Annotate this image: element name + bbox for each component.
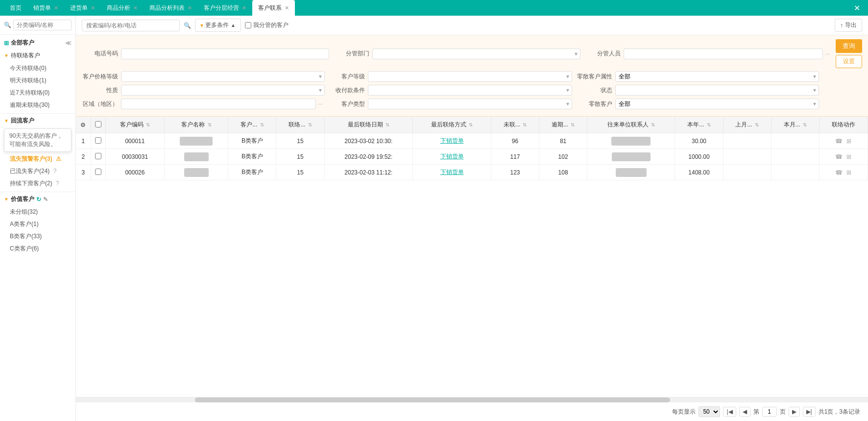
- sidebar-item-class-b[interactable]: B类客户(33): [0, 230, 75, 243]
- col-type[interactable]: 客户... ⇅: [228, 117, 276, 133]
- row-select-checkbox[interactable]: [95, 169, 101, 175]
- scroll-thumb[interactable]: [195, 397, 670, 402]
- sidebar-item-churn-warning[interactable]: 流失预警客户(3) ⚠: [0, 153, 75, 165]
- phone-input[interactable]: [121, 49, 329, 59]
- close-icon[interactable]: ✕: [54, 5, 58, 11]
- col-overdue[interactable]: 逾期... ⇅: [539, 117, 587, 133]
- sidebar-item-class-a[interactable]: A类客户(1): [0, 218, 75, 230]
- col-last-method[interactable]: 最后联络方式 ⇅: [413, 117, 491, 133]
- settings-button[interactable]: 设置: [836, 55, 862, 68]
- collapse-button[interactable]: ≪: [65, 40, 72, 47]
- page-number-input[interactable]: [762, 407, 777, 417]
- customer-type-label: 客户类型: [329, 100, 368, 108]
- col-person[interactable]: 往来单位联系人 ⇅: [587, 117, 675, 133]
- contact-icon[interactable]: ☎: [835, 138, 843, 145]
- col-settings[interactable]: ⚙: [76, 117, 91, 133]
- row-select-checkbox[interactable]: [95, 153, 101, 159]
- tab-customer-tier[interactable]: 客户分层经营 ✕: [198, 0, 252, 16]
- refresh-icon[interactable]: ↻: [36, 196, 41, 203]
- status-select[interactable]: [615, 85, 819, 96]
- close-icon[interactable]: ✕: [188, 5, 192, 11]
- col-last-month[interactable]: 上月... ⇅: [723, 117, 771, 133]
- tab-sales[interactable]: 销货单 ✕: [27, 0, 64, 16]
- prev-page-button[interactable]: ◀: [739, 407, 750, 417]
- gender-select[interactable]: [121, 85, 325, 96]
- contact-icon[interactable]: ☎: [835, 169, 843, 176]
- row-checkbox[interactable]: [91, 133, 105, 149]
- tab-product-list[interactable]: 商品分析列表 ✕: [144, 0, 198, 16]
- my-customers-checkbox[interactable]: [245, 22, 251, 28]
- category-search-input[interactable]: [13, 20, 72, 30]
- last-contact-method[interactable]: 下销货单: [413, 133, 491, 149]
- search-input[interactable]: [82, 20, 180, 31]
- dept-select[interactable]: [372, 49, 580, 59]
- payment-select[interactable]: [368, 85, 572, 96]
- tab-purchase[interactable]: 进货单 ✕: [64, 0, 101, 16]
- last-contact-date: 2023-02-09 19:52:: [324, 149, 413, 165]
- next-page-button[interactable]: ▶: [789, 407, 800, 417]
- sidebar-group-return[interactable]: ▼ 回流客户: [0, 113, 75, 127]
- col-checkbox[interactable]: [91, 117, 105, 133]
- select-all-checkbox[interactable]: [95, 121, 101, 127]
- more-icon[interactable]: ···: [823, 50, 832, 57]
- tab-customer-contact[interactable]: 客户联系 ✕: [252, 0, 295, 16]
- sidebar-group-value[interactable]: ▼ 价值客户 ↻ ✎: [0, 192, 75, 206]
- customer-level-select[interactable]: [368, 71, 572, 82]
- col-year[interactable]: 本年... ⇅: [675, 117, 723, 133]
- more-action-icon[interactable]: ⊞: [846, 153, 851, 160]
- close-icon[interactable]: ✕: [133, 5, 138, 11]
- row-checkbox[interactable]: [91, 165, 105, 180]
- more-conditions-button[interactable]: ▾ 更多条件 ▲: [195, 19, 241, 32]
- sidebar-item-ungrouped[interactable]: 未分组(32): [0, 206, 75, 218]
- contact-icon[interactable]: ☎: [835, 153, 843, 160]
- sidebar-item-overdue[interactable]: 逾期未联络(30): [0, 99, 75, 111]
- customer-type: B类客户: [228, 133, 276, 149]
- sidebar-item-lost[interactable]: 已流失客户(24) ?: [0, 165, 75, 177]
- col-this-month[interactable]: 本月... ⇅: [771, 117, 819, 133]
- last-page-button[interactable]: ▶|: [803, 407, 816, 417]
- col-contact[interactable]: 联络... ⇅: [276, 117, 324, 133]
- sidebar-group-pending[interactable]: ▼ 待联络客户: [0, 49, 75, 62]
- tab-product-analysis[interactable]: 商品分析 ✕: [101, 0, 144, 16]
- sidebar-item-7days[interactable]: 近7天待联络(0): [0, 87, 75, 99]
- more-icon[interactable]: ···: [316, 100, 325, 107]
- sidebar-item-today[interactable]: 今天待联络(0): [0, 62, 75, 74]
- more-action-icon[interactable]: ⊞: [846, 138, 851, 145]
- sidebar-item-tomorrow[interactable]: 明天待联络(1): [0, 74, 75, 87]
- more-action-icon[interactable]: ⊞: [846, 169, 851, 176]
- row-index: 3: [76, 165, 91, 180]
- col-name[interactable]: 客户名称 ⇅: [165, 117, 228, 133]
- close-icon[interactable]: ✕: [285, 5, 289, 11]
- price-level-select[interactable]: [121, 71, 325, 82]
- col-last-date[interactable]: 最后联络日期 ⇅: [324, 117, 413, 133]
- page-size-select[interactable]: 50: [699, 406, 720, 417]
- window-close-button[interactable]: ✕: [850, 3, 864, 13]
- query-button[interactable]: 查询: [836, 39, 862, 53]
- col-code[interactable]: 客户编码 ⇅: [105, 117, 165, 133]
- action-buttons[interactable]: ☎ ⊞: [819, 133, 868, 149]
- horizontal-scrollbar[interactable]: [76, 397, 868, 402]
- row-checkbox[interactable]: [91, 149, 105, 165]
- close-icon[interactable]: ✕: [91, 5, 95, 11]
- row-select-checkbox[interactable]: [95, 137, 101, 144]
- edit-icon[interactable]: ✎: [43, 196, 48, 203]
- action-buttons[interactable]: ☎ ⊞: [819, 149, 868, 165]
- action-buttons[interactable]: ☎ ⊞: [819, 165, 868, 180]
- tab-home[interactable]: 首页: [4, 0, 27, 16]
- last-contact-method[interactable]: 下销货单: [413, 165, 491, 180]
- search-button[interactable]: 🔍: [184, 22, 191, 29]
- sidebar-item-declining[interactable]: 持续下滑客户(2) ?: [0, 177, 75, 190]
- first-page-button[interactable]: |◀: [723, 407, 736, 417]
- export-button[interactable]: ↑ 导出: [835, 19, 862, 32]
- zero-customer-select[interactable]: 全部: [615, 99, 819, 109]
- region-input[interactable]: [121, 99, 316, 109]
- my-customers-checkbox-label[interactable]: 我分管的客户: [245, 21, 289, 29]
- col-unlink[interactable]: 未联... ⇅: [491, 117, 539, 133]
- person-input[interactable]: [624, 49, 823, 59]
- sidebar-item-class-c[interactable]: C类客户(6): [0, 243, 75, 255]
- zero-attr-select[interactable]: 全部: [615, 71, 819, 82]
- close-icon[interactable]: ✕: [242, 5, 246, 11]
- main-layout: 🔍 ⊞ 全部客户 ≪ ▼ 待联络客户 今天待联络(0) 明天待联络(1) 近7天…: [0, 16, 868, 421]
- customer-type-select[interactable]: [368, 99, 572, 109]
- last-contact-method[interactable]: 下销货单: [413, 149, 491, 165]
